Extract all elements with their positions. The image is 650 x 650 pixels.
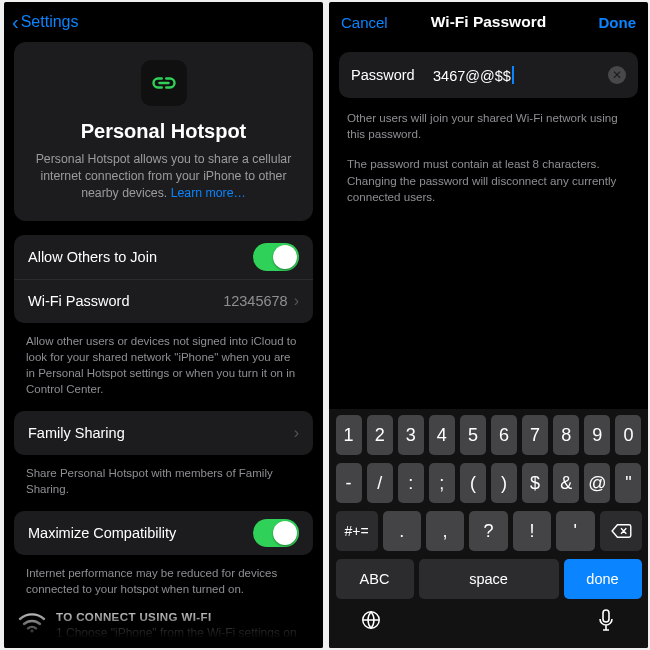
key-8[interactable]: 8 bbox=[553, 415, 579, 455]
svg-rect-2 bbox=[603, 610, 609, 622]
key-6[interactable]: 6 bbox=[491, 415, 517, 455]
help-text-2: The password must contain at least 8 cha… bbox=[329, 156, 648, 219]
key-dollar[interactable]: $ bbox=[522, 463, 548, 503]
wifi-password-label: Wi-Fi Password bbox=[28, 293, 130, 309]
page-title: Wi-Fi Password bbox=[401, 13, 576, 31]
wifi-icon bbox=[18, 611, 46, 635]
key-3[interactable]: 3 bbox=[398, 415, 424, 455]
hero-card: Personal Hotspot Personal Hotspot allows… bbox=[14, 42, 313, 221]
key-1[interactable]: 1 bbox=[336, 415, 362, 455]
maximize-compat-toggle[interactable] bbox=[253, 519, 299, 547]
allow-others-row[interactable]: Allow Others to Join bbox=[14, 235, 313, 279]
family-sharing-row[interactable]: Family Sharing › bbox=[14, 411, 313, 455]
keyboard-row-2: - / : ; ( ) $ & @ " bbox=[333, 463, 644, 503]
chevron-left-icon: ‹ bbox=[12, 11, 19, 34]
done-button[interactable]: Done bbox=[576, 14, 636, 31]
key-2[interactable]: 2 bbox=[367, 415, 393, 455]
key-question[interactable]: ? bbox=[469, 511, 507, 551]
key-0[interactable]: 0 bbox=[615, 415, 641, 455]
maximize-compat-row[interactable]: Maximize Compatibility bbox=[14, 511, 313, 555]
keyboard-row-4: ABC space done bbox=[333, 559, 644, 599]
key-comma[interactable]: , bbox=[426, 511, 464, 551]
keyboard-row-1: 1 2 3 4 5 6 7 8 9 0 bbox=[333, 415, 644, 455]
maximize-compat-footer: Internet performance may be reduced for … bbox=[4, 561, 323, 611]
back-nav[interactable]: ‹Settings bbox=[4, 2, 323, 42]
key-5[interactable]: 5 bbox=[460, 415, 486, 455]
wifi-password-row[interactable]: Wi-Fi Password 12345678 › bbox=[14, 279, 313, 323]
key-semicolon[interactable]: ; bbox=[429, 463, 455, 503]
family-sharing-label: Family Sharing bbox=[28, 425, 125, 441]
hero-title: Personal Hotspot bbox=[30, 120, 297, 143]
key-space[interactable]: space bbox=[419, 559, 559, 599]
keyboard: 1 2 3 4 5 6 7 8 9 0 - / : ; ( ) $ & @ " … bbox=[329, 409, 648, 648]
key-mode[interactable]: #+= bbox=[336, 511, 378, 551]
key-lparen[interactable]: ( bbox=[460, 463, 486, 503]
keyboard-row-3: #+= . , ? ! ' bbox=[333, 511, 644, 551]
key-apos[interactable]: ' bbox=[556, 511, 594, 551]
key-4[interactable]: 4 bbox=[429, 415, 455, 455]
key-amp[interactable]: & bbox=[553, 463, 579, 503]
password-input-row[interactable]: Password 3467@@$$ ✕ bbox=[339, 52, 638, 98]
key-7[interactable]: 7 bbox=[522, 415, 548, 455]
key-at[interactable]: @ bbox=[584, 463, 610, 503]
key-abc[interactable]: ABC bbox=[336, 559, 414, 599]
key-9[interactable]: 9 bbox=[584, 415, 610, 455]
connect-step: 1 Choose "iPhone" from the Wi-Fi setting… bbox=[56, 626, 297, 640]
allow-others-footer: Allow other users or devices not signed … bbox=[4, 329, 323, 411]
allow-others-toggle[interactable] bbox=[253, 243, 299, 271]
hero-desc: Personal Hotspot allows you to share a c… bbox=[30, 151, 297, 203]
wifi-password-value: 12345678 bbox=[223, 293, 288, 309]
key-done[interactable]: done bbox=[564, 559, 642, 599]
family-sharing-footer: Share Personal Hotspot with members of F… bbox=[4, 461, 323, 511]
key-dash[interactable]: - bbox=[336, 463, 362, 503]
key-backspace[interactable] bbox=[600, 511, 642, 551]
key-slash[interactable]: / bbox=[367, 463, 393, 503]
globe-icon[interactable] bbox=[351, 609, 391, 636]
learn-more-link[interactable]: Learn more… bbox=[171, 186, 246, 200]
password-input[interactable]: 3467@@$$ bbox=[433, 66, 608, 84]
cancel-button[interactable]: Cancel bbox=[341, 14, 401, 31]
svg-point-0 bbox=[30, 630, 33, 633]
clear-input-button[interactable]: ✕ bbox=[608, 66, 626, 84]
back-label: Settings bbox=[21, 13, 79, 31]
key-rparen[interactable]: ) bbox=[491, 463, 517, 503]
key-period[interactable]: . bbox=[383, 511, 421, 551]
help-text-1: Other users will join your shared Wi-Fi … bbox=[329, 110, 648, 156]
chevron-right-icon: › bbox=[294, 424, 299, 442]
key-exclaim[interactable]: ! bbox=[513, 511, 551, 551]
mic-icon[interactable] bbox=[586, 609, 626, 636]
chevron-right-icon: › bbox=[294, 292, 299, 310]
key-quote[interactable]: " bbox=[615, 463, 641, 503]
allow-others-label: Allow Others to Join bbox=[28, 249, 157, 265]
key-colon[interactable]: : bbox=[398, 463, 424, 503]
maximize-compat-label: Maximize Compatibility bbox=[28, 525, 176, 541]
hotspot-link-icon bbox=[141, 60, 187, 106]
connect-wifi-instructions: TO CONNECT USING WI-FI 1 Choose "iPhone"… bbox=[4, 611, 323, 640]
connect-caption: TO CONNECT USING WI-FI bbox=[56, 611, 297, 623]
password-label: Password bbox=[351, 67, 433, 83]
